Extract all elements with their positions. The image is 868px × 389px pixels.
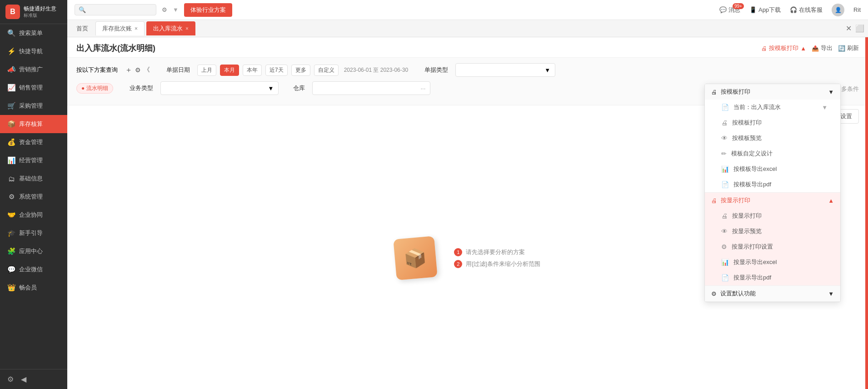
sidebar-item-enterprise[interactable]: 🤝 企业协同 — [0, 206, 67, 224]
print-btn[interactable]: 🖨 按模板打印 ▲ — [761, 44, 806, 52]
sidebar-item-wechat[interactable]: 💬 企业微信 — [0, 260, 67, 279]
collapse-sidebar-icon[interactable]: ◀ — [21, 375, 26, 384]
sidebar-bottom: ⚙ ◀ — [0, 369, 67, 389]
tab-batch-account[interactable]: 库存批次账 × — [95, 21, 145, 35]
display-excel-label: 按显示导出excel — [733, 258, 777, 266]
sidebar-label-basics: 基础信息 — [19, 175, 43, 183]
tab-home[interactable]: 首页 — [71, 22, 94, 35]
display-excel-icon: 📊 — [721, 259, 729, 266]
template-print-header[interactable]: 🖨 按模板打印 ▼ — [705, 84, 840, 100]
sidebar-item-sales[interactable]: 📈 销售管理 — [0, 79, 67, 97]
window-close-btn[interactable]: ✕ — [846, 24, 852, 33]
sidebar-item-search[interactable]: 🔍 搜索菜单 — [0, 24, 67, 42]
sidebar-label-inventory: 库存核算 — [19, 120, 43, 128]
export-btn[interactable]: 📤 导出 — [812, 44, 833, 52]
settings-gear-icon[interactable]: ⚙ — [162, 6, 167, 13]
date-more-btn[interactable]: 更多 — [291, 65, 310, 76]
filter-add-btn[interactable]: ＋ — [125, 65, 132, 75]
sidebar-item-marketing[interactable]: 📣 营销推广 — [0, 60, 67, 79]
display-excel-item[interactable]: 📊 按显示导出excel — [705, 254, 840, 270]
template-custom-item[interactable]: ✏ 模板自定义设计 — [705, 146, 840, 161]
window-expand-btn[interactable]: ⬜ — [855, 24, 864, 33]
template-print-section: 🖨 按模板打印 ▼ 📄 当前：出入库流水 ▼ 🖨 按模板打印 👁 — [705, 84, 840, 193]
voucher-type-select[interactable]: ▼ — [455, 63, 555, 77]
sidebar-icon-apps: 🧩 — [7, 247, 15, 255]
date-custom-btn[interactable]: 自定义 — [314, 65, 339, 76]
industry-btn[interactable]: 体验行业方案 — [184, 3, 232, 17]
sidebar-item-operations[interactable]: 📊 经营管理 — [0, 151, 67, 170]
template-excel-item[interactable]: 📊 按模板导出excel — [705, 161, 840, 177]
refresh-btn[interactable]: 🔄 刷新 — [838, 44, 859, 52]
sidebar-nav: 🔍 搜索菜单 ⚡ 快捷导航 📣 营销推广 📈 销售管理 🛒 采购管理 📦 库存核… — [0, 24, 67, 369]
display-print-collapse-icon: ▲ — [828, 197, 834, 204]
refresh-label: 刷新 — [847, 44, 859, 52]
business-type-select[interactable]: ▼ — [160, 81, 279, 95]
sidebar-item-basics[interactable]: 🗂 基础信息 — [0, 170, 67, 188]
display-print-settings-icon: ⚙ — [721, 243, 727, 250]
display-pdf-item[interactable]: 📄 按显示导出pdf — [705, 270, 840, 285]
sidebar-item-quick-nav[interactable]: ⚡ 快捷导航 — [0, 42, 67, 60]
display-print-section-label: 按显示打印 — [721, 196, 750, 204]
template-print-item[interactable]: 🖨 按模板打印 — [705, 115, 840, 130]
voucher-type-label: 单据类型 — [424, 66, 448, 74]
current-template-item[interactable]: 📄 当前：出入库流水 ▼ — [705, 100, 840, 115]
warehouse-select[interactable]: ··· — [312, 81, 430, 95]
settings-bottom-icon[interactable]: ⚙ — [7, 375, 14, 384]
sidebar-icon-enterprise: 🤝 — [7, 211, 15, 219]
tab-inventory-flow[interactable]: 出入库流水 × — [146, 21, 195, 35]
sidebar-icon-quick-nav: ⚡ — [7, 47, 15, 55]
sidebar-icon-inventory: 📦 — [7, 120, 15, 128]
sidebar-item-finance[interactable]: 💰 资金管理 — [0, 133, 67, 151]
display-print-header[interactable]: 🖨 按显示打印 ▲ — [705, 193, 840, 208]
template-pdf-item[interactable]: 📄 按模板导出pdf — [705, 177, 840, 192]
online-service-btn[interactable]: 🎧 在线客服 — [790, 6, 823, 14]
sidebar-label-marketing: 营销推广 — [19, 65, 43, 74]
sidebar-icon-system: ⚙ — [7, 193, 15, 201]
sidebar-item-newbie[interactable]: 🎓 新手引导 — [0, 224, 67, 242]
message-btn[interactable]: 💬 消息 99+ — [719, 6, 740, 14]
empty-hint-1: 1 请先选择要分析的方案 — [454, 248, 540, 256]
filter-collapse-left-btn[interactable]: 《 — [144, 66, 150, 74]
filter-tag-label: 流水明细 — [86, 85, 108, 92]
tab-inventory-flow-close[interactable]: × — [185, 25, 189, 32]
date-this-month-btn[interactable]: 本月 — [220, 65, 239, 76]
date-this-year-btn[interactable]: 本年 — [243, 65, 262, 76]
template-preview-item[interactable]: 👁 按模板预览 — [705, 130, 840, 146]
print-icon: 🖨 — [761, 45, 767, 52]
filter-row-1: 按以下方案查询 ＋ ⚙ 《 单据日期 上月 本月 本年 近7天 更多 自定义 2… — [76, 63, 859, 77]
online-service-label: 在线客服 — [799, 6, 823, 14]
sidebar-icon-search: 🔍 — [7, 29, 15, 37]
app-download-btn[interactable]: 📱 App下载 — [749, 6, 781, 14]
filter-setting-btn[interactable]: ⚙ — [135, 66, 141, 74]
warehouse-more-btn[interactable]: ··· — [420, 85, 425, 92]
sidebar-label-purchase: 采购管理 — [19, 102, 43, 110]
sidebar-item-purchase[interactable]: 🛒 采购管理 — [0, 97, 67, 115]
avatar[interactable]: 👤 — [832, 4, 844, 16]
display-print-settings-item[interactable]: ⚙ 按显示打印设置 — [705, 239, 840, 254]
sidebar-icon-basics: 🗂 — [7, 175, 15, 183]
refresh-icon: 🔄 — [838, 45, 845, 52]
template-print-item-icon: 🖨 — [721, 119, 728, 126]
sidebar-item-inventory[interactable]: 📦 库存核算 — [0, 115, 67, 133]
right-edge-bar[interactable] — [865, 37, 868, 389]
date-7days-btn[interactable]: 近7天 — [265, 65, 288, 76]
business-type-label: 业务类型 — [130, 84, 153, 92]
display-pdf-icon: 📄 — [721, 274, 729, 281]
date-last-month-btn[interactable]: 上月 — [197, 65, 216, 76]
display-pdf-label: 按显示导出pdf — [733, 274, 771, 282]
business-type-dropdown-icon: ▼ — [268, 85, 274, 92]
sidebar-item-system[interactable]: ⚙ 系统管理 — [0, 188, 67, 206]
tab-batch-account-close[interactable]: × — [135, 25, 138, 32]
sidebar-item-apps[interactable]: 🧩 应用中心 — [0, 242, 67, 260]
logo-name: 畅捷通好生意 — [24, 5, 56, 13]
display-preview-item[interactable]: 👁 按显示预览 — [705, 224, 840, 239]
sidebar-item-member[interactable]: 👑 畅会员 — [0, 279, 67, 297]
print-dropdown-panel: 🖨 按模板打印 ▼ 📄 当前：出入库流水 ▼ 🖨 按模板打印 👁 — [704, 84, 841, 302]
page-content: 出入库流水(流水明细) 🖨 按模板打印 ▲ 📤 导出 🔄 刷新 — [67, 37, 868, 389]
dropdown-arrow-icon[interactable]: ▼ — [173, 6, 179, 13]
default-settings-header[interactable]: ⚙ 设置默认功能 ▼ — [705, 286, 840, 301]
search-input[interactable] — [88, 7, 151, 13]
headset-icon: 🎧 — [790, 6, 797, 13]
display-print-item[interactable]: 🖨 按显示打印 — [705, 208, 840, 224]
filter-tag-shuimingxi: ● 流水明细 — [76, 83, 113, 94]
